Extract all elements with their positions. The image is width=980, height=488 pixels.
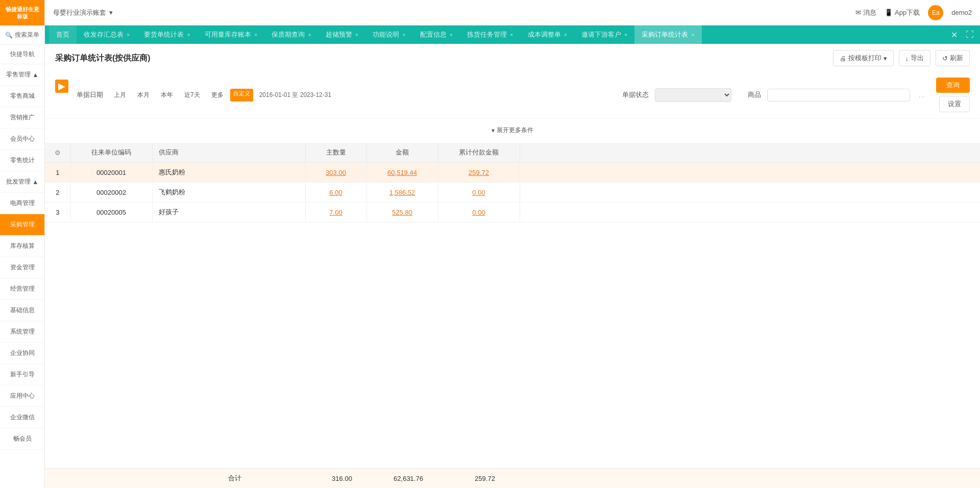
tab-close-goods-stats[interactable]: ×: [187, 32, 190, 38]
tab-cost-adjust[interactable]: 成本调整单 ×: [521, 25, 574, 44]
template-print-button[interactable]: 🖨 按模板打印 ▾: [833, 50, 894, 66]
footer-qty: 316.00: [332, 475, 352, 482]
tab-overstock-warning[interactable]: 超储预警 ×: [318, 25, 365, 44]
sidebar-search-area[interactable]: 🔍 搜索菜单: [0, 25, 44, 45]
date-btn-last-month[interactable]: 上月: [109, 89, 131, 101]
date-quick-select: 上月 本月 本年 近7天 更多 自定义: [109, 89, 253, 101]
tab-close-expiry-query[interactable]: ×: [308, 32, 311, 38]
tab-close-overstock-warning[interactable]: ×: [355, 32, 358, 38]
sidebar-item-system-mgmt[interactable]: 系统管理: [0, 321, 44, 343]
query-button[interactable]: 查询: [936, 78, 970, 93]
tab-close-pick-task[interactable]: ×: [510, 32, 513, 38]
td-index: 3: [45, 202, 70, 222]
date-btn-more[interactable]: 更多: [207, 89, 228, 101]
sidebar-item-basic-info[interactable]: 基础信息: [0, 300, 44, 321]
date-btn-last-7-days[interactable]: 近7天: [180, 89, 205, 101]
table-wrapper[interactable]: ⚙ 往来单位编码 供应商 主数量 金额 累计付款金额 1 00020001: [45, 143, 980, 468]
td-amount[interactable]: 60,519.44: [366, 163, 438, 183]
tab-goods-stats[interactable]: 要货单统计表 ×: [137, 25, 197, 44]
page-title: 采购订单统计表(按供应商): [55, 53, 151, 64]
sidebar-item-new-guide[interactable]: 新手引导: [0, 364, 44, 386]
td-qty[interactable]: 303.00: [305, 163, 366, 183]
message-button[interactable]: ✉ 消息: [855, 8, 876, 17]
sidebar-item-member[interactable]: 畅会员: [0, 428, 44, 450]
date-btn-this-year[interactable]: 本年: [156, 89, 178, 101]
sidebar-item-inventory-check[interactable]: 库存核算: [0, 236, 44, 257]
sidebar-item-enterprise-wechat[interactable]: 企业微信: [0, 407, 44, 428]
tab-close-receive-summary[interactable]: ×: [127, 32, 130, 38]
tab-function-desc[interactable]: 功能说明 ×: [365, 25, 412, 44]
sidebar-item-retail-store[interactable]: 零售商城: [0, 86, 44, 107]
goods-filter-input[interactable]: [767, 89, 910, 101]
td-qty[interactable]: 6.00: [305, 183, 366, 202]
sidebar-item-app-center[interactable]: 应用中心: [0, 386, 44, 407]
date-btn-this-month[interactable]: 本月: [133, 89, 154, 101]
td-supplier: 好孩子: [152, 202, 305, 222]
tab-pick-task[interactable]: 拣货任务管理 ×: [460, 25, 520, 44]
tab-purchase-stats[interactable]: 采购订单统计表 ×: [634, 25, 701, 44]
sidebar-item-member-center[interactable]: 会员中心: [0, 129, 44, 150]
td-rest: [520, 183, 980, 202]
td-amount[interactable]: 1,586.52: [366, 183, 438, 202]
export-button[interactable]: ↓ 导出: [899, 50, 931, 66]
td-paid[interactable]: 0.00: [438, 202, 520, 222]
username-label: demo2: [951, 9, 972, 16]
account-selector[interactable]: 母婴行业演示账套 ▾: [53, 8, 113, 17]
tab-receive-summary[interactable]: 收发存汇总表 ×: [77, 25, 137, 44]
sidebar-item-retail-stats[interactable]: 零售统计: [0, 150, 44, 171]
sidebar-item-wholesale-mgmt[interactable]: 批发管理 ▲: [0, 171, 44, 193]
sidebar-item-marketing[interactable]: 营销推广: [0, 107, 44, 129]
tab-close-function-desc[interactable]: ×: [402, 32, 405, 38]
custom-date-badge[interactable]: 自定义: [230, 89, 253, 101]
td-code: 00020005: [70, 202, 152, 222]
fullscreen-button[interactable]: ⛶: [964, 28, 976, 41]
quick-nav-button[interactable]: 快捷导航: [4, 50, 40, 59]
table-footer: 合计 316.00 62,631.76 259.72: [45, 468, 980, 488]
goods-filter-more[interactable]: …: [918, 91, 925, 99]
app-download-button[interactable]: 📱 App下载: [885, 8, 920, 17]
search-menu-button[interactable]: 🔍 搜索菜单: [4, 31, 40, 39]
sidebar-item-ecommerce-mgmt[interactable]: 电商管理: [0, 193, 44, 214]
quick-nav-area[interactable]: 快捷导航: [0, 45, 44, 64]
td-code: 00020002: [70, 183, 152, 202]
main-area: 母婴行业演示账套 ▾ ✉ 消息 📱 App下载 Ea demo2 首页 收发存汇…: [45, 0, 980, 488]
tab-close-cost-adjust[interactable]: ×: [564, 32, 567, 38]
td-amount[interactable]: 525.80: [366, 202, 438, 222]
tab-invite-downstream[interactable]: 邀请下游客户 ×: [574, 25, 634, 44]
refresh-button[interactable]: ↺ 刷新: [936, 50, 970, 66]
filter-expand-icon[interactable]: ▶: [55, 80, 68, 93]
tab-close-purchase-stats[interactable]: ×: [691, 32, 694, 38]
tab-home[interactable]: 首页: [49, 25, 77, 44]
avatar[interactable]: Ea: [928, 5, 943, 20]
td-paid[interactable]: 259.72: [438, 163, 520, 183]
tab-config-info[interactable]: 配置信息 ×: [413, 25, 460, 44]
sidebar-item-finance-mgmt[interactable]: 资金管理: [0, 257, 44, 278]
sidebar-logo: 畅捷通好生意 标版: [0, 0, 44, 25]
status-select[interactable]: [655, 88, 731, 102]
page-actions: 🖨 按模板打印 ▾ ↓ 导出 ↺ 刷新: [833, 50, 970, 66]
th-qty: 主数量: [305, 143, 366, 163]
settings-button[interactable]: 设置: [939, 96, 970, 112]
expand-arrow-icon-2: ▲: [33, 178, 39, 186]
tab-close-available-stock[interactable]: ×: [254, 32, 257, 38]
th-settings[interactable]: ⚙: [45, 143, 70, 163]
expand-more-btn[interactable]: ▾ 展开更多条件: [492, 123, 533, 138]
tab-available-stock[interactable]: 可用量库存账本 ×: [198, 25, 264, 44]
close-all-tabs-button[interactable]: ✕: [949, 28, 960, 42]
td-qty[interactable]: 7.00: [305, 202, 366, 222]
td-paid[interactable]: 0.00: [438, 183, 520, 202]
th-supplier: 供应商: [152, 143, 305, 163]
date-range-display: 2016-01-01 至 2023-12-31: [259, 91, 331, 99]
sidebar-item-purchase-mgmt[interactable]: 采购管理: [0, 214, 44, 236]
print-icon: 🖨: [840, 55, 846, 62]
sidebar-item-ops-mgmt[interactable]: 经营管理: [0, 278, 44, 300]
tab-expiry-query[interactable]: 保质期查询 ×: [264, 25, 318, 44]
sidebar-item-enterprise-collab[interactable]: 企业协同: [0, 343, 44, 364]
column-settings-icon[interactable]: ⚙: [55, 149, 61, 157]
tab-close-config-info[interactable]: ×: [450, 32, 453, 38]
tab-close-invite-downstream[interactable]: ×: [624, 32, 627, 38]
sidebar-item-retail-mgmt[interactable]: 零售管理 ▲: [0, 64, 44, 86]
footer-amount: 62,631.76: [394, 475, 423, 482]
page-content: 采购订单统计表(按供应商) 🖨 按模板打印 ▾ ↓ 导出 ↺ 刷新: [45, 44, 980, 488]
td-supplier: 惠氏奶粉: [152, 163, 305, 183]
